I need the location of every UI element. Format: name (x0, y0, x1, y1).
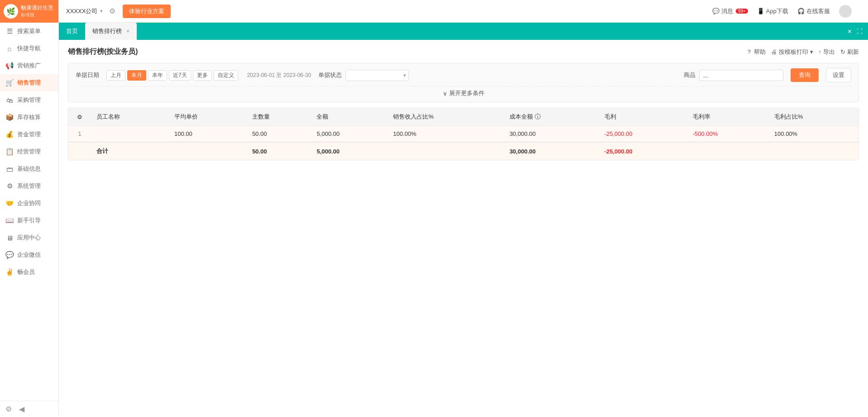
sidebar-item-quick-nav[interactable]: ⌂ 快捷导航 (0, 40, 58, 57)
footer-cell-5 (388, 142, 504, 160)
content-area: 销售排行榜(按业务员) ？ 帮助 🖨 按模板打印 ▾ ↑ 导出 (59, 40, 868, 417)
app-download-btn[interactable]: 📱 App下载 (757, 7, 788, 15)
app-version: 标准版 (21, 12, 53, 18)
sidebar-item-apps[interactable]: 🖥 应用中心 (0, 229, 58, 246)
tab-bar: 首页 销售排行榜 × ✕ ⛶ (59, 23, 868, 40)
print-btn[interactable]: 🖨 按模板打印 ▾ (771, 48, 813, 56)
col-header-1: 员工名称 (91, 108, 169, 126)
sidebar-label-marketing: 营销推广 (17, 62, 41, 70)
table-header-row: ⚙员工名称平均单价主数量全额销售收入占比%成本全额 ⓘ毛利毛利率毛利占比% (68, 108, 858, 126)
sidebar-item-system[interactable]: ⚙ 系统管理 (0, 177, 58, 195)
col-header-4: 全额 (311, 108, 388, 126)
date-option-本月[interactable]: 本月 (127, 70, 146, 81)
footer-cell-7: -25,000.00 (599, 142, 687, 160)
tab-home-label: 首页 (66, 27, 78, 35)
cell-0-1 (91, 126, 169, 143)
export-btn[interactable]: ↑ 导出 (819, 48, 835, 56)
msg-icon: 💬 (712, 8, 719, 14)
sidebar-icon-member: ✌ (5, 268, 14, 276)
refresh-btn[interactable]: ↻ 刷新 (840, 48, 859, 56)
sidebar-item-sales[interactable]: 🛒 销售管理 (0, 74, 58, 91)
sidebar-item-inventory[interactable]: 📦 库存核算 (0, 109, 58, 126)
msg-label: 消息 (721, 7, 733, 15)
sidebar-icon-basics: 🗃 (5, 165, 14, 173)
table-footer-row: 合计50.005,000.0030,000.00-25,000.00 (68, 142, 858, 160)
date-option-上月[interactable]: 上月 (106, 70, 125, 81)
sidebar-icon-marketing: 📢 (5, 62, 14, 70)
sidebar-item-purchase[interactable]: 🛍 采购管理 (0, 91, 58, 109)
avatar[interactable] (839, 5, 852, 18)
refresh-label: 刷新 (847, 48, 859, 56)
sidebar-item-wechat[interactable]: 💬 企业微信 (0, 246, 58, 264)
service-icon: 🎧 (797, 8, 805, 14)
sidebar-item-business[interactable]: 📋 经营管理 (0, 143, 58, 160)
sidebar-label-quick-nav: 快捷导航 (17, 44, 41, 53)
filter-expand-btn[interactable]: ∨ 展开更多条件 (76, 86, 851, 97)
col-settings-icon[interactable]: ⚙ (77, 114, 82, 120)
sidebar-item-enterprise[interactable]: 🤝 企业协同 (0, 195, 58, 212)
sidebar-icon-funds: 💰 (5, 130, 14, 139)
messages-btn[interactable]: 💬 消息 99+ (712, 7, 748, 15)
export-label: 导出 (823, 48, 835, 56)
sidebar-item-funds[interactable]: 💰 资金管理 (0, 126, 58, 143)
date-option-近7天[interactable]: 近7天 (169, 70, 191, 81)
date-option-更多[interactable]: 更多 (193, 70, 212, 81)
app-name: 畅康通好生意 (21, 5, 53, 12)
query-button[interactable]: 查询 (791, 68, 819, 82)
help-btn[interactable]: ？ 帮助 (746, 48, 766, 56)
topbar-right: 💬 消息 99+ 📱 App下载 🎧 在线客服 (712, 5, 861, 18)
cell-0-4: 5,000.00 (311, 126, 388, 143)
topbar-settings-icon[interactable]: ⚙ (109, 7, 115, 15)
footer-cell-0 (68, 142, 91, 160)
sidebar-icon-inventory: 📦 (5, 113, 14, 121)
page: 销售排行榜(按业务员) ？ 帮助 🖨 按模板打印 ▾ ↑ 导出 (59, 40, 868, 417)
sidebar-label-member: 畅会员 (17, 268, 35, 276)
date-options: 上月本月本年近7天更多自定义 (106, 70, 238, 81)
sidebar-item-search[interactable]: ☰ 搜索菜单 (0, 23, 58, 40)
cell-0-2: 100.00 (169, 126, 247, 143)
data-table-wrap: ⚙员工名称平均单价主数量全额销售收入占比%成本全额 ⓘ毛利毛利率毛利占比% 11… (68, 108, 859, 160)
company-selector[interactable]: XXXXX公司 ▾ (66, 7, 103, 15)
online-service-btn[interactable]: 🎧 在线客服 (797, 7, 830, 15)
goods-input[interactable] (699, 70, 783, 81)
status-select[interactable]: 已确认 草稿 (345, 70, 409, 81)
sidebar-icon-business: 📋 (5, 148, 14, 156)
cell-0-5: 100.00% (388, 126, 504, 143)
sidebar-item-member[interactable]: ✌ 畅会员 (0, 264, 58, 281)
cell-0-0: 1 (68, 126, 91, 143)
sidebar-icon-apps: 🖥 (5, 234, 14, 242)
collapse-icon[interactable]: ◀ (19, 405, 24, 413)
tab-expand-icon[interactable]: ⛶ (857, 28, 863, 35)
company-arrow-icon: ▾ (100, 8, 103, 14)
tab-sales-ranking[interactable]: 销售排行榜 × (85, 23, 137, 40)
cell-0-8: -500.00% (687, 126, 769, 143)
cell-0-6: 30,000.00 (504, 126, 599, 143)
sidebar-item-basics[interactable]: 🗃 基础信息 (0, 160, 58, 177)
trial-button[interactable]: 体验行业方案 (123, 5, 171, 18)
sidebar-icon-quick-nav: ⌂ (5, 45, 14, 53)
sidebar-label-guide: 新手引导 (17, 216, 41, 225)
sidebar-item-guide[interactable]: 📖 新手引导 (0, 212, 58, 229)
col-header-8: 毛利率 (687, 108, 769, 126)
sidebar-icon-wechat: 💬 (5, 251, 14, 259)
topbar: XXXXX公司 ▾ ⚙ 体验行业方案 💬 消息 99+ 📱 App下载 🎧 在线… (59, 0, 868, 23)
date-option-自定义[interactable]: 自定义 (214, 70, 238, 81)
tab-home[interactable]: 首页 (59, 23, 85, 40)
sidebar-label-business: 经营管理 (17, 148, 41, 156)
company-name: XXXXX公司 (66, 7, 97, 15)
date-option-本年[interactable]: 本年 (148, 70, 167, 81)
sidebar-icon-sales: 🛒 (5, 79, 14, 87)
status-select-container: 已确认 草稿 (345, 70, 409, 81)
data-table: ⚙员工名称平均单价主数量全额销售收入占比%成本全额 ⓘ毛利毛利率毛利占比% 11… (68, 108, 858, 160)
sidebar-item-marketing[interactable]: 📢 营销推广 (0, 57, 58, 74)
settings-bottom-icon[interactable]: ⚙ (5, 405, 12, 413)
footer-cell-8 (687, 142, 769, 160)
sidebar-label-system: 系统管理 (17, 182, 41, 190)
export-icon: ↑ (819, 48, 822, 55)
tab-close-window-icon[interactable]: ✕ (847, 28, 852, 35)
footer-cell-6: 30,000.00 (504, 142, 599, 160)
tab-close-icon[interactable]: × (126, 28, 129, 34)
print-arrow-icon: ▾ (810, 48, 813, 55)
settings-button[interactable]: 设置 (826, 68, 851, 82)
sidebar-icon-search: ☰ (5, 27, 14, 35)
